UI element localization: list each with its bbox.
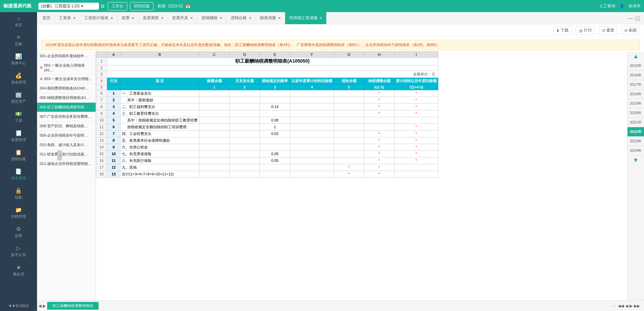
period-label: 账期 2023-02 📅 <box>158 3 191 9</box>
tab-close-stats[interactable]: ✕ <box>110 16 113 20</box>
asset-icon: 💰 <box>15 72 22 79</box>
list-item-001[interactable]: 001-企业所得税年度纳税申… <box>37 51 96 61</box>
tab-invoice-calc[interactable]: 发票测算 ✕ <box>139 12 168 24</box>
tab-close-ledger[interactable]: ✕ <box>249 16 251 20</box>
bottom-scroll-to-end[interactable]: ▶▶ <box>634 304 640 308</box>
tab-audit[interactable]: 进销稽核 ✕ <box>197 12 227 24</box>
list-item-004[interactable]: 004-期间费用明细表(A1040… <box>37 84 96 93</box>
cancel-fixed-btn[interactable]: ◀◀ 取消固定 <box>0 301 37 311</box>
sidebar-item-invoice-mgmt[interactable]: 🧾 发票管理 <box>0 127 37 146</box>
maximize-icon[interactable]: ⬜ <box>634 15 640 21</box>
bottom-scroll-to-start[interactable]: ◀◀ <box>618 304 624 308</box>
bottom-scroll-right-icon[interactable]: ▶ <box>43 304 46 308</box>
sidebar-item-new-guide[interactable]: ▷ 新手引导 <box>0 242 37 261</box>
list-item-011[interactable]: 011-研发费用加计扣除优惠… <box>37 150 96 159</box>
year-item-2024[interactable]: 2024年 <box>628 146 644 156</box>
tab-close-invoice[interactable]: ✕ <box>132 16 134 20</box>
year-scroll-up-button[interactable]: ▲ <box>632 51 640 61</box>
list-item-007[interactable]: 007-广告宣传和业务宣传费障… <box>37 112 96 122</box>
year-item-2021[interactable]: 2021年 <box>628 118 644 127</box>
reset-button[interactable]: ↺ 重置 <box>599 26 617 35</box>
sidebar-item-label: 固定资产 <box>11 99 26 104</box>
purchase-sales-icon: 📋 <box>15 149 22 156</box>
tab-close-tax-table[interactable]: ✕ <box>278 16 281 20</box>
year-item-2022[interactable]: 2022年 <box>628 127 644 137</box>
workspace-button[interactable]: 工作台 <box>108 2 127 10</box>
list-item-010[interactable]: 010-免税、减计收入及加计… <box>37 140 96 150</box>
col-header-c: 账载全额 <box>199 77 230 84</box>
refresh-button[interactable]: ⟳ 刷新 <box>621 26 640 35</box>
tab-close-income-tax[interactable]: ✕ <box>319 16 322 20</box>
sidebar-item-label: 首页 <box>15 23 22 28</box>
row-2: 2 <box>96 65 438 71</box>
tab-home[interactable]: 首页 <box>38 12 55 24</box>
bottom-scroll-next[interactable]: ▶ <box>630 304 633 308</box>
tab-close-issue[interactable]: ✕ <box>190 16 193 20</box>
list-item-006[interactable]: 006-职工薪酬纳税调整明细… <box>37 103 96 112</box>
list-item-005[interactable]: 005-纳税调整项目明细表(A1… <box>37 93 96 103</box>
list-item-003[interactable]: ⊗ 003-一般企业成本支出明细… <box>37 74 96 84</box>
sidebar-item-label: 报表中心 <box>11 61 26 66</box>
col-header-project: 项 目 <box>121 77 199 84</box>
col-header-g: 税收全额 <box>334 77 364 84</box>
tab-payroll-table[interactable]: 工资表 ✕ <box>55 12 80 24</box>
year-item-2018[interactable]: 2018年 <box>628 90 644 99</box>
period-calendar-icon[interactable]: 📅 <box>185 4 191 8</box>
toolbar: ⬇ 下载 🖨 打印 ↺ 重置 ⟳ 刷新 <box>37 24 644 37</box>
bottom-scroll-left-icon[interactable]: ◀ <box>38 304 41 308</box>
bottom-tab-payroll-adjust[interactable]: 职工薪酬纳税调整明细表 <box>47 302 99 310</box>
year-item-2023[interactable]: 2023年 <box>628 137 644 146</box>
tab-income-tax[interactable]: 所得税汇算清缴 ✕ <box>285 12 327 24</box>
service-link[interactable]: 人工客询 <box>599 3 615 9</box>
year-item-2019[interactable]: 2019年 <box>628 99 644 108</box>
tab-invoice-issue[interactable]: 发票开具 ✕ <box>168 12 197 24</box>
bottom-dots[interactable]: ⋯ <box>612 304 616 308</box>
tab-purchase-ledger[interactable]: 进销台账 ✕ <box>227 12 256 24</box>
minimize-icon[interactable]: — <box>628 15 633 21</box>
list-item-002[interactable]: ⊗ 002-一般企业收入明细表(A1… <box>37 61 96 74</box>
sidebar-item-report-center[interactable]: 📊 报表中心 <box>0 50 37 69</box>
sidebar-item-settings[interactable]: ⚙ 设置 <box>0 222 37 242</box>
sidebar-item-purchase-sales[interactable]: 📋 进销台账 <box>0 146 37 165</box>
year-item-2017[interactable]: 2017年 <box>628 80 644 90</box>
year-item-2020[interactable]: 2020年 <box>628 108 644 118</box>
sidebar-item-close-period[interactable]: 🔒 结账 <box>0 184 37 203</box>
table-row: 11 6 按税收规定全额扣除的职工培训费用 1 * <box>96 124 438 130</box>
tab-tax-table[interactable]: 税表清册 ✕ <box>256 12 285 24</box>
sidebar-item-tax-mgmt[interactable]: 📑 税务管理 <box>0 165 37 184</box>
tab-close-payroll[interactable]: ✕ <box>73 16 76 20</box>
col-header-i: 累计结转以后年度扣除额 <box>395 77 438 84</box>
year-item-2016[interactable]: 2016年 <box>628 71 644 80</box>
tab-window-buttons: — ⬜ <box>625 15 643 21</box>
company-selector[interactable]: (勿删）江西股宝-LSS ▾ <box>38 3 99 10</box>
sidebar-item-asset-mgmt[interactable]: 💰 资金管理 <box>0 69 37 88</box>
download-button[interactable]: ⬇ 下载 <box>553 26 572 35</box>
sidebar-item-label: 结账 <box>15 195 22 200</box>
spreadsheet-wrapper[interactable]: A B C D E F G H I <box>96 51 644 301</box>
list-item-008[interactable]: 008-资产折旧、摊销及纳税… <box>37 122 96 131</box>
year-scroll-down-button[interactable]: ▼ <box>632 156 640 165</box>
list-item-012[interactable]: 012-减免企业所得税优惠明细… <box>37 159 96 169</box>
sidebar-item-archive[interactable]: 📁 归档管理 <box>0 203 37 222</box>
bottom-scroll-prev[interactable]: ◀ <box>625 304 628 308</box>
sidebar-item-home[interactable]: ⌂ 首页 <box>0 12 37 31</box>
tab-close-calc[interactable]: ✕ <box>161 16 164 20</box>
row-3: 3 金额单位：元 <box>96 71 438 77</box>
sidebar-item-general-ledger[interactable]: ≡ 总账 <box>0 31 37 50</box>
sidebar-item-fixed-assets[interactable]: 🏢 固定资产 <box>0 88 37 107</box>
collapse-left-list-button[interactable]: 《 <box>57 150 62 161</box>
print-button[interactable]: 🖨 打印 <box>576 26 595 35</box>
tab-invoice[interactable]: 发票 ✕ <box>117 12 139 24</box>
notice-bar: 2019年度涉及取以前年度结转数据的申报表单元格需要手工填写正确，才能保证本年及… <box>41 40 640 50</box>
table-row: 14 9 六、住房公积金 * * <box>96 144 438 150</box>
sidebar-item-payroll[interactable]: 💵 工资 <box>0 107 37 127</box>
tab-payroll-stats[interactable]: 工资统计报表 ✕ <box>80 12 117 24</box>
tab-close-audit[interactable]: ✕ <box>219 16 222 20</box>
sidebar-item-member[interactable]: ★ 畅会员 <box>0 261 37 280</box>
year-item-2015[interactable]: 2015年 <box>628 61 644 71</box>
list-item-009[interactable]: 009-企业所得税弥补亏损明… <box>37 131 96 140</box>
app-logo: 畅捷通易代账 <box>3 3 32 9</box>
error-icon-002: ⊗ <box>40 65 43 70</box>
sidebar-item-label: 发票管理 <box>11 137 26 142</box>
switch-old-version-button[interactable]: 切到旧版 <box>130 2 154 10</box>
